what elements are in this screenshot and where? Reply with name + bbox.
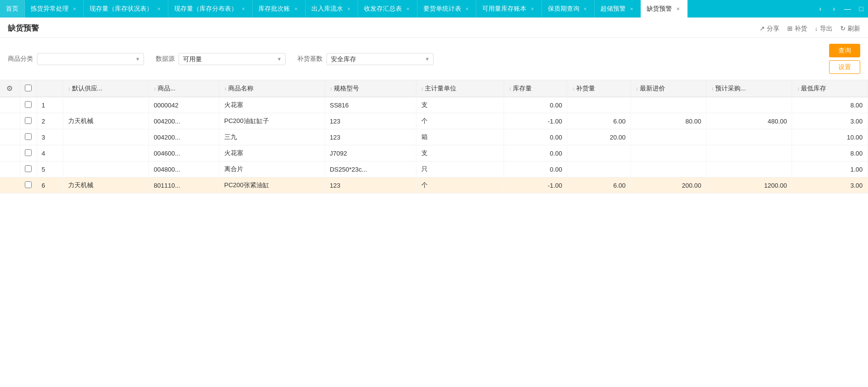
row-spec: 123	[325, 129, 416, 145]
table-row: 4 004600... 火花塞 J7092 支 0.00 8.00	[0, 145, 868, 161]
tab-expiry-query[interactable]: 保质期查询 ×	[542, 0, 595, 18]
column-header-stock-qty[interactable]: 库存量	[504, 80, 567, 97]
row-default-supplier: 力天机械	[63, 113, 148, 129]
row-checkbox-1[interactable]	[25, 117, 32, 124]
row-min-stock: 8.00	[792, 145, 868, 161]
refresh-button[interactable]: ↻ 刷新	[840, 24, 860, 33]
share-button[interactable]: ↗ 分享	[760, 24, 779, 33]
column-header-latest-price[interactable]: 最新进价	[631, 80, 706, 97]
table-row: 5 004800... 离合片 DS250*23c... 只 0.00 1.00	[0, 161, 868, 177]
tab-inventory-dist-close[interactable]: ×	[240, 5, 246, 12]
tab-inventory-dist[interactable]: 现存量（库存分布表） ×	[168, 0, 253, 18]
row-settings-cell	[0, 145, 19, 161]
tab-expiry-query-close[interactable]: ×	[582, 5, 588, 12]
tab-shortage[interactable]: 缺货预警 ×	[641, 0, 687, 18]
select-all-checkbox[interactable]	[25, 85, 32, 91]
row-unit: 支	[416, 97, 504, 113]
column-header-checkbox[interactable]	[19, 80, 36, 97]
row-spec: 123	[325, 177, 416, 194]
tab-available-ledger-close[interactable]: ×	[529, 5, 535, 12]
row-num: 1	[36, 97, 63, 113]
tab-inventory-status-label: 现存量（库存状况表）	[90, 4, 153, 13]
tab-batch-account-label: 库存批次账	[258, 4, 290, 13]
export-button[interactable]: ↓ 导出	[815, 24, 833, 33]
row-default-supplier	[63, 97, 148, 113]
tab-inventory-status-close[interactable]: ×	[156, 5, 162, 12]
page-title: 缺货预警	[8, 23, 760, 34]
row-checkbox-5[interactable]	[25, 181, 32, 188]
column-header-product-name[interactable]: 商品名称	[219, 80, 325, 97]
row-checkbox-3[interactable]	[25, 149, 32, 156]
row-checkbox-2[interactable]	[25, 133, 32, 140]
row-replenish-qty: 6.00	[567, 177, 631, 194]
tab-batch-account-close[interactable]: ×	[293, 5, 299, 12]
row-replenish-qty	[567, 145, 631, 161]
replenish-base-filter-group: 补货基数 安全库存	[297, 53, 434, 65]
table-body: 1 0000042 火花塞 SS816 支 0.00 8.00 2 力天机械 0…	[0, 97, 868, 194]
tab-abnormal[interactable]: 拣货异常处理 ×	[25, 0, 84, 18]
datasource-select[interactable]: 可用量	[179, 53, 286, 65]
tab-shortage-close[interactable]: ×	[675, 5, 681, 12]
column-header-min-stock[interactable]: 最低库存	[792, 80, 868, 97]
row-checkbox-cell[interactable]	[19, 97, 36, 113]
row-default-supplier	[63, 129, 148, 145]
category-select-wrapper	[37, 53, 144, 65]
row-latest-price	[631, 129, 706, 145]
tab-batch-account[interactable]: 库存批次账 ×	[253, 0, 305, 18]
row-min-stock: 3.00	[792, 113, 868, 129]
tab-recv-summary-close[interactable]: ×	[405, 5, 411, 12]
row-checkbox-cell[interactable]	[19, 145, 36, 161]
replenish-base-select[interactable]: 安全库存	[326, 53, 434, 65]
column-header-replenish-qty[interactable]: 补货量	[567, 80, 631, 97]
row-checkbox-cell[interactable]	[19, 129, 36, 145]
tab-inout-flow[interactable]: 出入库流水 ×	[306, 0, 358, 18]
share-icon: ↗	[760, 25, 765, 32]
row-default-supplier	[63, 161, 148, 177]
row-checkbox-cell[interactable]	[19, 113, 36, 129]
row-checkbox-4[interactable]	[25, 165, 32, 172]
window-maximize[interactable]: □	[854, 0, 868, 18]
row-latest-price: 200.00	[631, 177, 706, 194]
table-row: 1 0000042 火花塞 SS816 支 0.00 8.00	[0, 97, 868, 113]
row-product-code: 004200...	[149, 129, 219, 145]
row-checkbox-cell[interactable]	[19, 161, 36, 177]
column-header-default-supplier[interactable]: 默认供应...	[63, 80, 148, 97]
tab-inout-flow-close[interactable]: ×	[346, 5, 352, 12]
tab-inventory-status[interactable]: 现存量（库存状况表） ×	[84, 0, 168, 18]
column-header-spec[interactable]: 规格型号	[325, 80, 416, 97]
row-product-code: 004800...	[149, 161, 219, 177]
column-header-product-code[interactable]: 商品...	[149, 80, 219, 97]
row-spec: J7092	[325, 145, 416, 161]
column-header-unit[interactable]: 主计量单位	[416, 80, 504, 97]
tab-scroll-left[interactable]: ‹	[814, 0, 827, 18]
column-header-est-purchase[interactable]: 预计采购...	[706, 80, 792, 97]
tab-overstock[interactable]: 超储预警 ×	[595, 0, 641, 18]
row-checkbox-0[interactable]	[25, 101, 32, 108]
category-select[interactable]	[37, 53, 144, 65]
window-minimize[interactable]: —	[841, 0, 854, 18]
tab-order-stats-close[interactable]: ×	[464, 5, 470, 12]
tab-order-stats[interactable]: 要货单统计表 ×	[417, 0, 476, 18]
row-product-name: 离合片	[219, 161, 325, 177]
tab-abnormal-label: 拣货异常处理	[31, 4, 69, 13]
data-table: ⚙ 默认供应... 商品... 商品名称	[0, 80, 868, 194]
column-header-settings[interactable]: ⚙	[0, 80, 19, 97]
tab-overstock-close[interactable]: ×	[629, 5, 634, 12]
tab-scroll-right[interactable]: ›	[827, 0, 841, 18]
settings-button[interactable]: 设置	[829, 60, 860, 74]
row-settings-cell	[0, 97, 19, 113]
row-min-stock: 3.00	[792, 177, 868, 194]
tab-recv-summary[interactable]: 收发存汇总表 ×	[358, 0, 417, 18]
row-stock-qty: 0.00	[504, 129, 567, 145]
tab-available-ledger[interactable]: 可用量库存账本 ×	[476, 0, 542, 18]
tab-home[interactable]: 首页	[0, 0, 25, 18]
datasource-select-wrapper: 可用量	[179, 53, 286, 65]
replenish-button[interactable]: ⊞ 补货	[787, 24, 807, 33]
row-stock-qty: 0.00	[504, 97, 567, 113]
tab-abnormal-close[interactable]: ×	[72, 5, 77, 12]
gear-icon[interactable]: ⚙	[6, 84, 13, 93]
tab-order-stats-label: 要货单统计表	[423, 4, 461, 13]
query-button[interactable]: 查询	[829, 44, 860, 57]
row-product-name: 火花塞	[219, 145, 325, 161]
row-checkbox-cell[interactable]	[19, 177, 36, 194]
